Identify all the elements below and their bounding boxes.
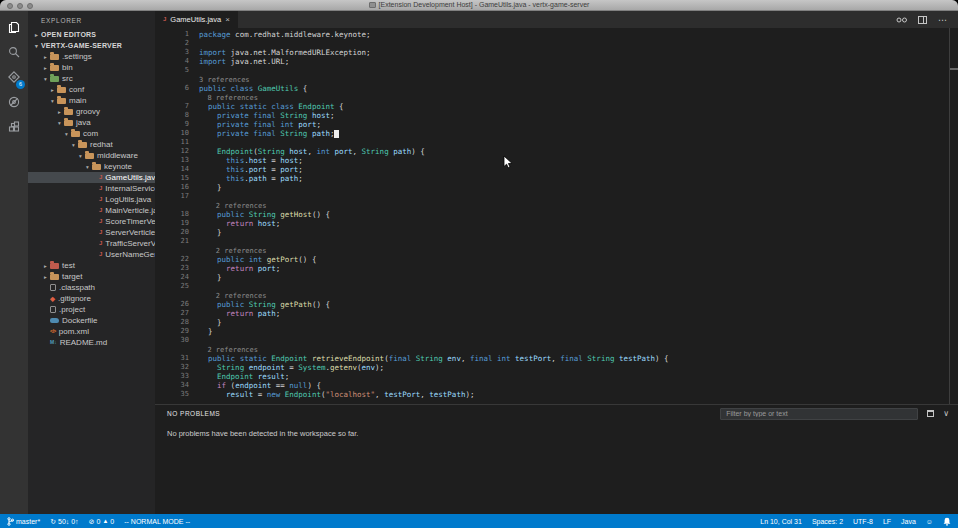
code-line[interactable]: 2 references: [155, 201, 958, 210]
code-line[interactable]: 1package com.redhat.middleware.keynote;: [155, 30, 958, 39]
code-line[interactable]: 35 result = new Endpoint("localhost", te…: [155, 390, 958, 399]
code-line[interactable]: 4import java.net.URL;: [155, 57, 958, 66]
tree-item-scoretimerverticl[interactable]: JScoreTimerVerticl...: [28, 216, 155, 227]
feedback-smiley-icon[interactable]: ☺: [926, 518, 933, 525]
more-actions-icon[interactable]: ⋯: [938, 17, 948, 23]
tab-no-problems[interactable]: NO PROBLEMS: [167, 410, 220, 417]
tree-item-classpath[interactable]: .classpath: [28, 282, 155, 293]
tree-item-usernamegenerat[interactable]: JUserNameGenerat...: [28, 249, 155, 260]
code-line[interactable]: 24 }: [155, 273, 958, 282]
activity-extensions-button[interactable]: [0, 116, 28, 141]
code-line[interactable]: 3import java.net.MalformedURLException;: [155, 48, 958, 57]
code-line[interactable]: 2 references: [155, 246, 958, 255]
close-window-icon[interactable]: [7, 3, 13, 9]
tree-item-keynote[interactable]: ▾keynote: [28, 161, 155, 172]
code-line[interactable]: 8 private final String host;: [155, 111, 958, 120]
tree-item-com[interactable]: ▾com: [28, 128, 155, 139]
tree-item-java[interactable]: ▾java: [28, 117, 155, 128]
git-branch-status[interactable]: master*: [7, 517, 40, 526]
code-line[interactable]: 30: [155, 336, 958, 345]
tree-item-middleware[interactable]: ▾middleware: [28, 150, 155, 161]
code-line[interactable]: 15 this.path = path;: [155, 174, 958, 183]
code-line[interactable]: 2 references: [155, 345, 958, 354]
tree-item-conf[interactable]: ▸conf: [28, 84, 155, 95]
code-line[interactable]: 13 this.host = host;: [155, 156, 958, 165]
code-line[interactable]: 12 Endpoint(String host, int port, Strin…: [155, 147, 958, 156]
vim-mode-indicator[interactable]: -- NORMAL MODE --: [124, 518, 190, 525]
code-line[interactable]: 21: [155, 237, 958, 246]
code-line[interactable]: 7 public static class Endpoint {: [155, 102, 958, 111]
tree-item-serververticle-java[interactable]: JServerVerticle.java: [28, 227, 155, 238]
notifications-bell-icon[interactable]: [943, 517, 951, 526]
tree-item-trafficserververti[interactable]: JTrafficServerVerti...: [28, 238, 155, 249]
code-line[interactable]: 11: [155, 138, 958, 147]
problems-status[interactable]: ⊘ 0 ▲ 0: [89, 518, 115, 525]
code-line[interactable]: 5: [155, 66, 958, 75]
zoom-window-icon[interactable]: [27, 3, 33, 9]
code-line[interactable]: 17: [155, 192, 958, 201]
language-mode-status[interactable]: Java: [901, 518, 916, 525]
code-line[interactable]: 16 }: [155, 183, 958, 192]
activity-source-control-button[interactable]: 6: [0, 66, 28, 91]
code-line[interactable]: 10 private final String path;: [155, 129, 958, 138]
title-bar[interactable]: [Extension Development Host] - GameUtils…: [0, 0, 958, 11]
eol-status[interactable]: LF: [883, 518, 891, 525]
code-line[interactable]: 14 this.port = port;: [155, 165, 958, 174]
code-line[interactable]: 6public class GameUtils {: [155, 84, 958, 93]
minimize-window-icon[interactable]: [17, 3, 23, 9]
code-line[interactable]: 34 if (endpoint == null) {: [155, 381, 958, 390]
activity-explorer-button[interactable]: [0, 16, 28, 41]
code-line[interactable]: 2 references: [155, 291, 958, 300]
code-line[interactable]: 28 }: [155, 318, 958, 327]
tree-item-src[interactable]: ▾src: [28, 73, 155, 84]
tree-item-groovy[interactable]: ▸groovy: [28, 106, 155, 117]
maximize-panel-icon[interactable]: [927, 410, 934, 417]
tree-item-vertx-game-server[interactable]: ▾VERTX-GAME-SERVER: [28, 40, 155, 51]
code-line[interactable]: 22 public int getPort() {: [155, 255, 958, 264]
code-line[interactable]: 26 public String getPath() {: [155, 300, 958, 309]
tree-item-target[interactable]: ▸target: [28, 271, 155, 282]
code-line[interactable]: 20 }: [155, 228, 958, 237]
tree-item-gameutils-java[interactable]: JGameUtils.java: [28, 172, 155, 183]
tree-item-project[interactable]: .project: [28, 304, 155, 315]
tree-item-main[interactable]: ▾main: [28, 95, 155, 106]
code-line[interactable]: 29 }: [155, 327, 958, 336]
indentation-status[interactable]: Spaces: 2: [812, 518, 843, 525]
tree-item-redhat[interactable]: ▾redhat: [28, 139, 155, 150]
code-line[interactable]: 25: [155, 282, 958, 291]
tree-item-open-editors[interactable]: ▸OPEN EDITORS: [28, 29, 155, 40]
activity-debug-button[interactable]: [0, 91, 28, 116]
close-tab-icon[interactable]: ×: [225, 16, 230, 24]
activity-search-button[interactable]: [0, 41, 28, 66]
code-line[interactable]: 23 return port;: [155, 264, 958, 273]
tab-gameutils[interactable]: J GameUtils.java ×: [155, 11, 238, 28]
code-line[interactable]: 27 return path;: [155, 309, 958, 318]
code-line[interactable]: 32 String endpoint = System.getenv(env);: [155, 363, 958, 372]
tree-item-gitignore[interactable]: ◆.gitignore: [28, 293, 155, 304]
tree-item-pom-xml[interactable]: </>pom.xml: [28, 326, 155, 337]
code-line[interactable]: 2: [155, 39, 958, 48]
tree-item-settings[interactable]: ▸.settings: [28, 51, 155, 62]
code-line[interactable]: 18 public String getHost() {: [155, 210, 958, 219]
tree-item-logutils-java[interactable]: JLogUtils.java: [28, 194, 155, 205]
problems-filter-input[interactable]: [720, 408, 918, 420]
code-line[interactable]: 8 references: [155, 93, 958, 102]
tree-item-mainverticle-java[interactable]: JMainVerticle.java: [28, 205, 155, 216]
code-line[interactable]: 33 Endpoint result;: [155, 372, 958, 381]
hide-panel-icon[interactable]: ∨: [943, 410, 949, 418]
split-editor-icon[interactable]: [918, 16, 927, 24]
encoding-status[interactable]: UTF-8: [853, 518, 873, 525]
cursor-position-status[interactable]: Ln 10, Col 31: [760, 518, 802, 525]
code-line[interactable]: 19 return host;: [155, 219, 958, 228]
tree-item-test[interactable]: ▸test: [28, 260, 155, 271]
git-sync-status[interactable]: ↻ 50↓ 0↑: [50, 518, 79, 525]
tree-item-readme-md[interactable]: M↓README.md: [28, 337, 155, 348]
tree-item-dockerfile[interactable]: Dockerfile: [28, 315, 155, 326]
tree-item-bin[interactable]: ▸bin: [28, 62, 155, 73]
code-line[interactable]: 3 references: [155, 75, 958, 84]
code-editor[interactable]: 1package com.redhat.middleware.keynote;2…: [155, 28, 958, 406]
tree-item-internalservicever[interactable]: JInternalServiceVer...: [28, 183, 155, 194]
code-line[interactable]: 31 public static Endpoint retrieveEndpoi…: [155, 354, 958, 363]
code-line[interactable]: 9 private final int port;: [155, 120, 958, 129]
editor-scrollbar[interactable]: [949, 28, 958, 404]
